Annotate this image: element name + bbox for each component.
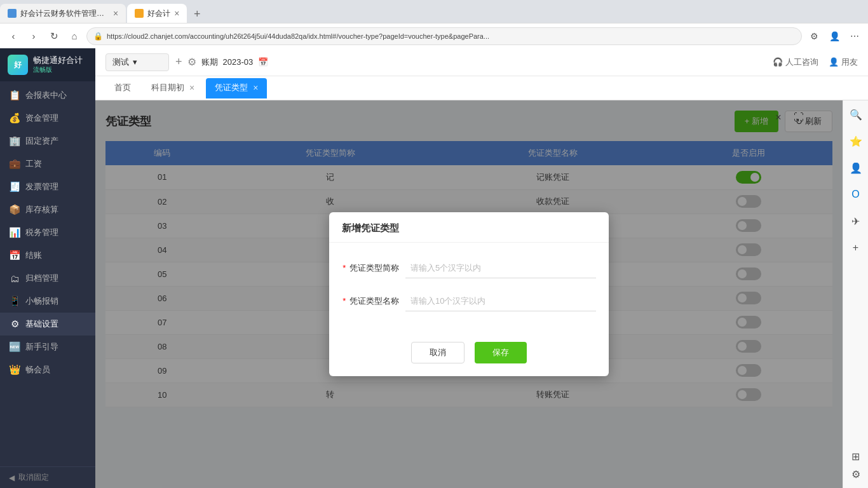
unpin-icon: ◀ <box>9 473 15 482</box>
name-label-text: 凭证类型名称 <box>349 296 399 306</box>
tab-home[interactable]: 首页 <box>105 78 140 98</box>
new-tab-button[interactable]: + <box>188 5 206 23</box>
refresh-button[interactable]: ↻ <box>46 28 62 44</box>
modal-body: * 凭证类型简称 * 凭证类型名称 <box>329 243 609 334</box>
main-area: 测试 ▾ + ⚙ 账期 2023-03 📅 🎧 人工咨询 👤 用友 <box>95 48 868 488</box>
user-button[interactable]: 👤 用友 <box>829 57 858 68</box>
sidebar-item-funds[interactable]: 💰 资金管理 <box>0 107 95 130</box>
closing-icon: 📅 <box>9 250 20 261</box>
tab-subject-label: 科目期初 <box>151 82 184 93</box>
settings-icon: ⚙ <box>9 318 20 330</box>
sidebar-item-reports[interactable]: 📋 会报表中心 <box>0 84 95 107</box>
right-panel-grid-icon[interactable]: ⊞ <box>847 447 865 465</box>
settings-gear-icon[interactable]: ⚙ <box>187 56 196 68</box>
abbr-label: * 凭证类型简称 <box>342 262 405 274</box>
sidebar-label-guide: 新手引导 <box>25 341 58 353</box>
sidebar-item-guide[interactable]: 🆕 新手引导 <box>0 336 95 358</box>
name-input[interactable] <box>405 291 596 311</box>
sidebar-label-assets: 固定资产 <box>25 135 58 147</box>
save-button[interactable]: 保存 <box>475 342 527 363</box>
sidebar-item-payroll[interactable]: 💼 工资 <box>0 152 95 175</box>
right-panel-send-icon[interactable]: ✈ <box>847 212 865 230</box>
unpin-label: 取消固定 <box>18 472 49 483</box>
right-panel-plus-icon[interactable]: + <box>847 239 865 257</box>
sidebar-label-funds: 资金管理 <box>25 112 58 124</box>
tab-subject-close[interactable]: × <box>189 83 194 92</box>
sidebar-item-assets[interactable]: 🏢 固定资产 <box>0 130 95 152</box>
back-button[interactable]: ‹ <box>5 28 22 44</box>
right-panel-outlook-icon[interactable]: O <box>847 186 865 203</box>
right-panel: 🔍 ⭐ 👤 O ✈ + ⊞ ⚙ <box>843 100 868 488</box>
consult-label: 人工咨询 <box>785 57 818 68</box>
sidebar-label-expense: 小畅报销 <box>25 295 58 307</box>
tab2-favicon <box>135 9 144 18</box>
sidebar-label-member: 畅会员 <box>25 364 50 376</box>
sidebar-logo: 好 畅捷通好合计 流畅版 <box>0 48 95 81</box>
tab2-close-icon[interactable]: × <box>174 9 179 18</box>
menu-icon[interactable]: ⋯ <box>846 28 863 44</box>
tab-voucher[interactable]: 凭证类型 × <box>206 78 267 98</box>
top-bar-actions: + ⚙ 账期 2023-03 📅 <box>175 55 268 69</box>
sidebar-item-inventory[interactable]: 📦 库存核算 <box>0 198 95 221</box>
page-tabs: 首页 科目期初 × 凭证类型 × <box>95 76 868 100</box>
right-panel-user-icon[interactable]: 👤 <box>847 159 865 177</box>
abbr-field-row: * 凭证类型简称 <box>342 258 596 278</box>
home-button[interactable]: ⌂ <box>66 28 83 44</box>
sidebar-label-invoice: 发票管理 <box>25 181 58 193</box>
member-icon: 👑 <box>9 364 20 376</box>
inventory-icon: 📦 <box>9 204 20 215</box>
abbr-label-text: 凭证类型简称 <box>349 263 399 273</box>
tab-voucher-label: 凭证类型 <box>215 82 248 93</box>
abbr-input[interactable] <box>405 258 596 278</box>
headset-icon: 🎧 <box>773 57 783 67</box>
content-wrapper: × ⛶ 凭证类型 + 新增 ↻ 刷新 <box>95 100 868 488</box>
tab-home-label: 首页 <box>114 82 131 93</box>
tab-subject[interactable]: 科目期初 × <box>142 78 203 98</box>
sidebar-item-expense[interactable]: 📱 小畅报销 <box>0 290 95 313</box>
sidebar-label-reports: 会报表中心 <box>25 90 67 101</box>
sidebar-items: 📋 会报表中心 💰 资金管理 🏢 固定资产 💼 工资 🧾 发票管理 📦 <box>0 81 95 466</box>
top-bar-right: 🎧 人工咨询 👤 用友 <box>773 57 858 68</box>
right-panel-bottom: ⊞ ⚙ <box>847 447 865 483</box>
right-panel-gear-icon[interactable]: ⚙ <box>847 465 865 483</box>
right-panel-star-icon[interactable]: ⭐ <box>847 132 865 150</box>
sidebar-item-settings[interactable]: ⚙ 基础设置 <box>0 313 95 336</box>
sidebar-item-tax[interactable]: 📊 税务管理 <box>0 221 95 244</box>
sidebar-item-closing[interactable]: 📅 结账 <box>0 244 95 267</box>
reports-icon: 📋 <box>9 90 20 101</box>
sidebar-label-settings: 基础设置 <box>25 318 58 330</box>
right-panel-search-icon[interactable]: 🔍 <box>847 105 865 123</box>
cancel-button[interactable]: 取消 <box>411 342 465 363</box>
extensions-icon[interactable]: ⚙ <box>806 28 822 44</box>
sidebar-label-payroll: 工资 <box>25 158 42 170</box>
browser-tab-1[interactable]: 好会计云财务软件管理系统_会计 × <box>0 4 126 23</box>
logo-text: 畅捷通好合计 <box>33 55 83 65</box>
profile-icon[interactable]: 👤 <box>826 28 843 44</box>
app-layout: 好 畅捷通好合计 流畅版 📋 会报表中心 💰 资金管理 🏢 固定资产 💼 工资 <box>0 48 868 488</box>
logo-icon: 好 <box>8 55 28 75</box>
sidebar-item-archive[interactable]: 🗂 归档管理 <box>0 267 95 290</box>
tab1-close-icon[interactable]: × <box>113 9 118 18</box>
consult-button[interactable]: 🎧 人工咨询 <box>773 57 818 68</box>
period-label: 账期 <box>201 57 218 68</box>
sidebar-label-archive: 归档管理 <box>25 273 58 284</box>
sidebar-item-member[interactable]: 👑 畅会员 <box>0 358 95 381</box>
add-voucher-modal: 新增凭证类型 * 凭证类型简称 * <box>329 212 609 376</box>
add-company-button[interactable]: + <box>175 55 182 69</box>
company-name: 测试 <box>112 57 129 68</box>
sidebar-item-invoice[interactable]: 🧾 发票管理 <box>0 175 95 198</box>
sidebar-unpin-button[interactable]: ◀ 取消固定 <box>0 466 95 488</box>
calendar-icon[interactable]: 📅 <box>258 57 268 67</box>
sidebar-label-tax: 税务管理 <box>25 227 58 238</box>
expense-icon: 📱 <box>9 295 20 307</box>
company-selector[interactable]: 测试 ▾ <box>105 53 169 71</box>
tab1-favicon <box>8 9 17 18</box>
tab1-title: 好会计云财务软件管理系统_会计 <box>20 8 109 19</box>
url-bar[interactable]: 🔒 https://cloud2.chanjet.com/accounting/… <box>86 27 802 45</box>
logo-sub: 流畅版 <box>33 65 83 74</box>
tab-voucher-close[interactable]: × <box>253 83 258 92</box>
tax-icon: 📊 <box>9 227 20 238</box>
logo-text-block: 畅捷通好合计 流畅版 <box>33 55 83 74</box>
forward-button[interactable]: › <box>25 28 42 44</box>
browser-tab-2[interactable]: 好会计 × <box>127 4 187 23</box>
